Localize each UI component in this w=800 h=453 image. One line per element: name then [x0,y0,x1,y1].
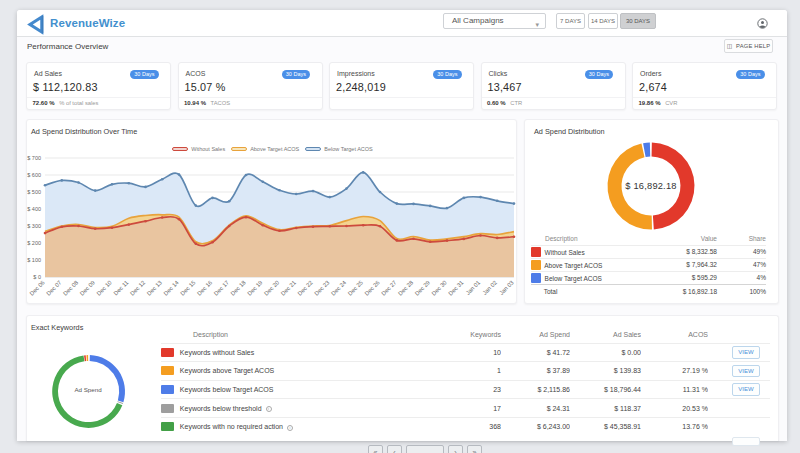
svg-text:Dec 06: Dec 06 [28,279,45,296]
svg-text:Dec 27: Dec 27 [380,279,397,296]
svg-text:Dec 23: Dec 23 [313,279,330,296]
svg-text:Dec 10: Dec 10 [95,279,112,296]
svg-text:Dec 21: Dec 21 [280,279,297,296]
svg-text:Dec 17: Dec 17 [213,279,230,296]
svg-text:Dec 18: Dec 18 [229,279,246,296]
svg-text:Dec 24: Dec 24 [330,279,348,297]
svg-text:$ 700: $ 700 [27,155,41,161]
svg-text:Jan 01: Jan 01 [465,279,482,296]
svg-text:$ 200: $ 200 [27,240,41,246]
svg-text:Dec 11: Dec 11 [113,279,130,296]
svg-text:Jan 02: Jan 02 [481,279,498,296]
svg-text:Dec 07: Dec 07 [45,279,62,296]
svg-text:Dec 20: Dec 20 [263,279,280,296]
svg-text:Dec 22: Dec 22 [296,279,313,296]
svg-text:Dec 26: Dec 26 [363,279,380,296]
svg-text:Dec 30: Dec 30 [430,279,447,296]
svg-text:Dec 14: Dec 14 [162,279,180,297]
svg-text:Dec 09: Dec 09 [79,279,96,296]
svg-text:Dec 15: Dec 15 [179,279,196,296]
svg-text:$ 300: $ 300 [27,223,41,229]
svg-text:Dec 16: Dec 16 [196,279,213,296]
svg-text:Dec 25: Dec 25 [347,279,364,296]
svg-text:Dec 28: Dec 28 [397,279,414,296]
svg-text:Dec 08: Dec 08 [62,279,79,296]
svg-text:Dec 19: Dec 19 [246,279,263,296]
svg-text:$ 400: $ 400 [27,206,41,212]
svg-text:Dec 12: Dec 12 [129,279,146,296]
svg-text:Dec 29: Dec 29 [414,279,431,296]
svg-text:$ 0: $ 0 [33,274,41,280]
svg-text:$ 600: $ 600 [27,172,41,178]
svg-text:Dec 31: Dec 31 [447,279,464,296]
svg-text:Dec 13: Dec 13 [146,279,163,296]
svg-text:$ 500: $ 500 [27,189,41,195]
svg-text:Jan 03: Jan 03 [498,279,515,296]
svg-text:$ 100: $ 100 [27,257,41,263]
